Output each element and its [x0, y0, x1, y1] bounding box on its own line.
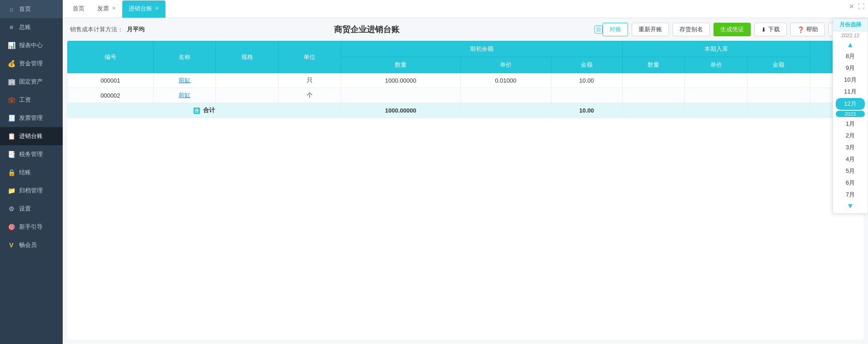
sidebar-item-label: 工资 — [19, 96, 31, 104]
cost-method-label: 销售成本计算方法： — [70, 25, 123, 34]
row1-code: 000001 — [68, 73, 154, 88]
month-1[interactable]: 1月 — [833, 118, 868, 130]
sidebar-item-label: 资金管理 — [19, 59, 43, 68]
closing-icon: 🔒 — [7, 169, 15, 176]
sidebar-item-label: 新手引导 — [19, 223, 43, 231]
content-area: 销售成本计算方法： 月平均 商贸企业进销台账 目 对账 重新开账 存货别名 生成… — [63, 18, 868, 344]
download-button[interactable]: ⬇ 下载 — [754, 23, 787, 36]
row1-unit: 只 — [279, 73, 341, 88]
purchase-sales-icon: 📋 — [7, 133, 15, 140]
sidebar-item-report-center[interactable]: 📊 报表中心 — [0, 36, 63, 54]
reconcile-button[interactable]: 对账 — [603, 23, 628, 36]
sidebar-item-label: 报表中心 — [19, 41, 43, 49]
month-6[interactable]: 6月 — [833, 177, 868, 189]
month-9[interactable]: 9月 — [833, 62, 868, 74]
row2-name: 前缸 — [153, 88, 216, 103]
close-button[interactable]: ✕ — [849, 3, 854, 10]
sidebar-item-general-ledger[interactable]: ≡ 总账 — [0, 18, 63, 36]
assets-icon: 🏢 — [7, 78, 15, 85]
ledger-icon: ≡ — [7, 24, 15, 31]
total-current-in-price — [685, 103, 748, 118]
month-12-active[interactable]: 12月 — [836, 98, 865, 110]
tab-invoice-close[interactable]: ✕ — [112, 5, 116, 11]
total-period-amount: 10.00 — [551, 103, 622, 118]
row2-current-in-price — [685, 88, 748, 103]
toolbar-row: 销售成本计算方法： 月平均 商贸企业进销台账 目 对账 重新开账 存货别名 生成… — [63, 18, 868, 41]
row1-current-in-amount — [748, 73, 810, 88]
sidebar-item-fund-management[interactable]: 💰 资金管理 — [0, 54, 63, 73]
sidebar-item-label: 畅会员 — [19, 241, 37, 249]
sidebar: ⌂ 首页 ≡ 总账 📊 报表中心 💰 资金管理 🏢 固定资产 💼 工资 🧾 发票… — [0, 0, 63, 344]
month-7[interactable]: 7月 — [833, 189, 868, 201]
col-header-period-qty: 数量 — [341, 57, 460, 73]
tax-icon: 📑 — [7, 151, 15, 158]
sidebar-item-tax-management[interactable]: 📑 税务管理 — [0, 145, 63, 163]
month-11[interactable]: 11月 — [833, 86, 868, 98]
row1-period-qty: 1000.00000 — [341, 73, 460, 88]
sidebar-item-settings[interactable]: ⚙ 设置 — [0, 200, 63, 218]
month-10[interactable]: 10月 — [833, 74, 868, 86]
tab-purchase-sales[interactable]: 进销台账 ✕ — [122, 0, 165, 18]
total-period-qty: 1000.00000 — [341, 103, 460, 118]
col-header-current-in-price: 单价 — [685, 57, 748, 73]
total-period-price — [460, 103, 551, 118]
row2-code: 000002 — [68, 88, 154, 103]
sidebar-item-closing[interactable]: 🔒 结账 — [0, 163, 63, 182]
row2-period-qty — [341, 88, 460, 103]
sidebar-item-label: 结账 — [19, 168, 31, 177]
help-icon: ❓ — [797, 26, 804, 33]
maximize-button[interactable]: ⛶ — [858, 3, 864, 10]
sidebar-item-invoice-management[interactable]: 🧾 发票管理 — [0, 109, 63, 127]
year-2023-tag: 2023 — [836, 111, 865, 117]
row2-period-price — [460, 88, 551, 103]
help-button[interactable]: ❓ 帮助 — [790, 23, 825, 36]
row2-current-in-amount — [748, 88, 810, 103]
row1-current-in-qty — [622, 73, 685, 88]
month-4[interactable]: 4月 — [833, 153, 868, 165]
settings-icon: ⚙ — [7, 205, 15, 212]
col-header-period-amount: 金额 — [551, 57, 622, 73]
cost-method-value: 月平均 — [127, 25, 145, 34]
sidebar-item-beginner-guide[interactable]: 🎯 新手引导 — [0, 218, 63, 236]
vip-icon: V — [7, 241, 15, 249]
table-row: 000001 前缸 只 1000.00000 0.01000 10.00 — [68, 73, 863, 88]
month-up-button[interactable]: ▲ — [833, 39, 868, 50]
month-2[interactable]: 2月 — [833, 130, 868, 142]
title-area: 商贸企业进销台账 目 — [145, 24, 603, 35]
tab-invoice[interactable]: 发票 ✕ — [91, 0, 122, 18]
invoice-icon: 🧾 — [7, 114, 15, 122]
sidebar-item-payroll[interactable]: 💼 工资 — [0, 91, 63, 109]
row2-spec — [216, 88, 279, 103]
sidebar-item-home[interactable]: ⌂ 首页 — [0, 0, 63, 18]
sidebar-item-vip-member[interactable]: V 畅会员 — [0, 236, 63, 254]
archive-icon: 📁 — [7, 187, 15, 194]
reopen-button[interactable]: 重新开账 — [632, 23, 669, 36]
month-3[interactable]: 3月 — [833, 142, 868, 153]
total-current-in-qty — [622, 103, 685, 118]
tab-bar: 首页 发票 ✕ 进销台账 ✕ — [63, 0, 868, 18]
month-panel: 月份选择 2022.12 ▲ 8月 9月 10月 11月 12月 2023 1月… — [833, 18, 868, 214]
col-header-unit: 单位 — [279, 41, 341, 73]
row1-spec — [216, 73, 279, 88]
tab-home[interactable]: 首页 — [66, 0, 91, 18]
month-5[interactable]: 5月 — [833, 165, 868, 177]
sidebar-item-label: 归档管理 — [19, 187, 43, 195]
info-icon[interactable]: 目 — [594, 25, 603, 34]
month-8[interactable]: 8月 — [833, 50, 868, 62]
toolbar-left: 销售成本计算方法： 月平均 — [70, 25, 145, 34]
col-group-current-in: 本期入库 — [622, 41, 810, 57]
main-table: 编号 名称 规格 单位 期初余额 本期入库 数 数量 单价 金额 数量 单价 — [67, 41, 863, 118]
col-group-period-balance: 期初余额 — [341, 41, 622, 57]
table-row: 000002 前缸 个 — [68, 88, 863, 103]
sidebar-item-purchase-sales[interactable]: 📋 进销台账 — [0, 127, 63, 145]
row1-name: 前缸 — [153, 73, 216, 88]
sidebar-item-archive-management[interactable]: 📁 归档管理 — [0, 182, 63, 200]
save-alias-button[interactable]: 存货别名 — [673, 23, 710, 36]
tab-purchase-sales-label: 进销台账 — [129, 5, 152, 13]
total-current-in-amount — [748, 103, 810, 118]
month-down-button[interactable]: ▼ — [833, 201, 868, 211]
generate-voucher-button[interactable]: 生成凭证 — [713, 23, 751, 36]
tab-purchase-sales-close[interactable]: ✕ — [155, 5, 159, 11]
fund-icon: 💰 — [7, 60, 15, 67]
sidebar-item-fixed-assets[interactable]: 🏢 固定资产 — [0, 73, 63, 91]
